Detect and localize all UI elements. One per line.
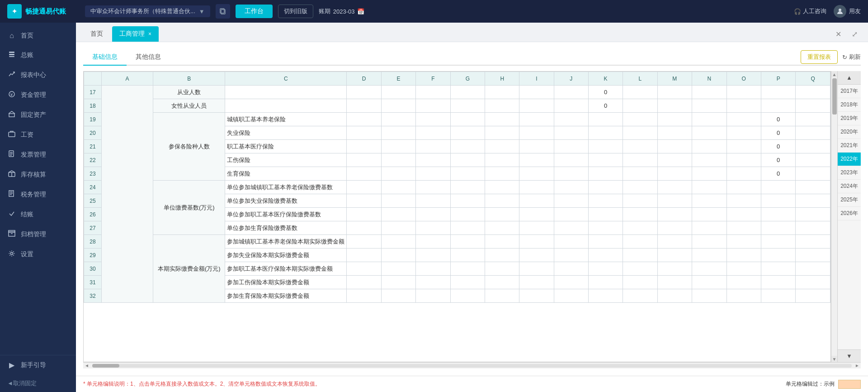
year-item[interactable]: 2020年	[838, 125, 861, 139]
data-cell[interactable]	[726, 113, 761, 126]
data-cell[interactable]	[554, 99, 588, 113]
scroll-up-button[interactable]: ▲	[831, 71, 837, 77]
sidebar-item-inventory[interactable]: 库存核算	[0, 165, 76, 185]
year-panel-nav-bottom[interactable]: ▼	[838, 349, 861, 362]
data-cell[interactable]	[623, 194, 657, 208]
data-cell[interactable]	[692, 221, 726, 235]
old-version-button[interactable]: 切到旧版	[278, 5, 313, 18]
data-cell[interactable]	[519, 262, 554, 276]
data-cell[interactable]	[796, 289, 830, 303]
data-cell[interactable]	[416, 86, 450, 99]
data-cell[interactable]	[416, 249, 450, 262]
data-cell[interactable]	[588, 221, 623, 235]
data-cell[interactable]	[347, 276, 381, 289]
data-cell[interactable]	[692, 86, 726, 99]
data-cell[interactable]	[761, 235, 796, 249]
data-cell[interactable]	[416, 208, 450, 221]
data-cell[interactable]	[416, 99, 450, 113]
data-cell[interactable]	[519, 194, 554, 208]
data-cell[interactable]	[588, 194, 623, 208]
scroll-right-button[interactable]: ►	[854, 363, 861, 369]
data-cell[interactable]	[623, 153, 657, 167]
data-cell[interactable]	[657, 181, 692, 194]
sidebar-item-settings[interactable]: 设置	[0, 244, 76, 264]
data-cell[interactable]	[796, 262, 830, 276]
data-cell[interactable]	[623, 167, 657, 181]
data-cell[interactable]	[761, 249, 796, 262]
data-cell[interactable]	[450, 249, 485, 262]
data-cell[interactable]	[554, 221, 588, 235]
data-cell[interactable]	[588, 140, 623, 153]
data-cell[interactable]	[485, 289, 519, 303]
scroll-track-horizontal[interactable]	[92, 364, 852, 368]
data-cell[interactable]	[450, 113, 485, 126]
data-cell[interactable]	[761, 262, 796, 276]
data-cell[interactable]	[796, 194, 830, 208]
data-cell[interactable]	[657, 289, 692, 303]
data-cell[interactable]	[416, 181, 450, 194]
data-cell[interactable]	[657, 167, 692, 181]
data-cell[interactable]	[347, 99, 381, 113]
data-cell[interactable]	[657, 208, 692, 221]
copy-icon[interactable]	[216, 4, 230, 19]
data-cell[interactable]	[416, 276, 450, 289]
data-cell[interactable]	[726, 86, 761, 99]
data-cell[interactable]	[657, 276, 692, 289]
col-c-cell[interactable]	[225, 99, 347, 113]
data-cell[interactable]	[796, 86, 830, 99]
data-cell[interactable]	[381, 262, 415, 276]
data-cell[interactable]	[381, 99, 415, 113]
data-cell[interactable]	[450, 289, 485, 303]
data-cell[interactable]	[485, 221, 519, 235]
data-cell[interactable]	[485, 208, 519, 221]
company-selector[interactable]: 中审众环会计师事务所（特殊普通合伙... ▼	[85, 5, 210, 17]
data-cell[interactable]	[347, 262, 381, 276]
col-c-cell[interactable]: 单位参加职工基本医疗保险缴费基数	[225, 208, 347, 221]
data-cell[interactable]	[381, 208, 415, 221]
data-cell[interactable]	[761, 99, 796, 113]
data-cell[interactable]	[485, 167, 519, 181]
data-cell[interactable]	[726, 208, 761, 221]
data-cell[interactable]	[726, 153, 761, 167]
data-cell[interactable]	[347, 249, 381, 262]
data-cell[interactable]	[554, 86, 588, 99]
data-cell[interactable]	[381, 86, 415, 99]
data-cell[interactable]	[761, 221, 796, 235]
data-cell[interactable]	[450, 153, 485, 167]
data-cell[interactable]	[657, 99, 692, 113]
data-cell[interactable]	[554, 113, 588, 126]
data-cell[interactable]	[450, 208, 485, 221]
sidebar-item-ledger[interactable]: 总账	[0, 45, 76, 65]
sidebar-item-asset[interactable]: 固定资产	[0, 105, 76, 125]
sidebar-item-settle[interactable]: 结账	[0, 205, 76, 225]
data-cell[interactable]	[692, 249, 726, 262]
data-cell[interactable]	[450, 262, 485, 276]
data-cell[interactable]	[381, 276, 415, 289]
data-cell[interactable]	[726, 99, 761, 113]
year-item[interactable]: 2021年	[838, 139, 861, 153]
scroll-thumb-vertical[interactable]	[832, 78, 837, 115]
data-cell[interactable]	[519, 208, 554, 221]
col-c-cell[interactable]: 职工基本医疗保险	[225, 140, 347, 153]
data-cell[interactable]: 0	[588, 99, 623, 113]
data-cell[interactable]	[588, 208, 623, 221]
sidebar-item-archive[interactable]: 归档管理	[0, 225, 76, 244]
data-cell[interactable]	[796, 126, 830, 140]
data-cell[interactable]	[726, 276, 761, 289]
data-cell[interactable]	[450, 140, 485, 153]
data-cell[interactable]	[450, 99, 485, 113]
cancel-pin-button[interactable]: ◄取消固定	[0, 375, 76, 392]
scroll-left-button[interactable]: ◄	[83, 363, 90, 369]
data-cell[interactable]	[485, 153, 519, 167]
data-cell[interactable]	[554, 249, 588, 262]
data-cell[interactable]	[657, 235, 692, 249]
col-c-cell[interactable]: 参加生育保险本期实际缴费金额	[225, 289, 347, 303]
data-cell[interactable]	[347, 208, 381, 221]
data-cell[interactable]	[692, 276, 726, 289]
data-cell[interactable]	[796, 235, 830, 249]
reset-report-button[interactable]: 重置报表	[801, 50, 838, 64]
refresh-button[interactable]: ↻ 刷新	[842, 53, 861, 61]
data-cell[interactable]	[554, 235, 588, 249]
data-cell[interactable]	[623, 208, 657, 221]
data-cell[interactable]	[347, 126, 381, 140]
